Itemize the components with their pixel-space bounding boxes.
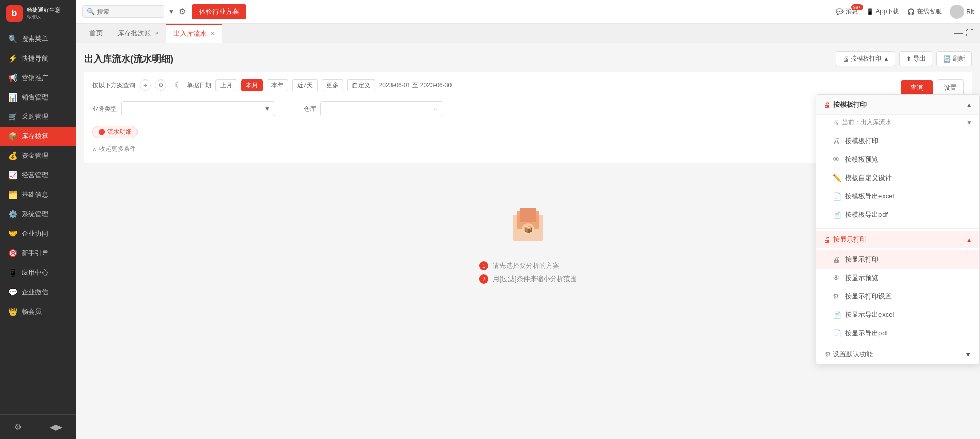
sidebar-icon-shortcut: ⚡ [8, 54, 17, 63]
tag-label: 流水明细 [107, 128, 132, 136]
sidebar-item-sales[interactable]: 📊 销售管理 [0, 88, 76, 107]
sidebar-item-marketing[interactable]: 📢 营销推广 [0, 68, 76, 88]
gear-small-icon: ⚙ [158, 82, 164, 89]
svg-text:📦: 📦 [524, 225, 533, 234]
template-design-item[interactable]: ✏️ 模板自定义设计 [816, 169, 979, 187]
dropdown-footer[interactable]: ⚙ 设置默认功能 ▼ [816, 345, 979, 364]
date-more-btn[interactable]: 更多 [322, 79, 343, 91]
sidebar-item-vip[interactable]: 👑 畅会员 [0, 302, 76, 322]
filter-setting-btn[interactable]: ⚙ [155, 79, 166, 91]
sidebar-label-basic: 基础信息 [22, 190, 48, 199]
current-arrow: ▼ [966, 119, 972, 126]
sidebar-item-inventory[interactable]: 📦 库存核算 [0, 127, 76, 146]
filter-add-btn[interactable]: + [140, 79, 151, 91]
display-export-excel-label: 按显示导出excel [845, 310, 894, 320]
topbar-online-service[interactable]: 🎧 在线客服 [907, 7, 942, 16]
display-preview-item[interactable]: 👁 按显示预览 [816, 269, 979, 287]
sidebar-settings-icon[interactable]: ⚙ [10, 420, 26, 434]
topbar-gear-icon[interactable]: ⚙ [179, 7, 186, 16]
display-export-pdf-item[interactable]: 📄 按显示导出pdf [816, 324, 979, 343]
tab-batch[interactable]: 库存批次账 × [110, 24, 166, 43]
sidebar-item-search[interactable]: 🔍 搜索菜单 [0, 29, 76, 49]
template-export-pdf-icon: 📄 [833, 211, 841, 219]
topbar-message[interactable]: 💬 消息 99+ [836, 7, 858, 16]
print-template-btn[interactable]: 🖨 按模板打印 ▲ [836, 51, 895, 66]
date-custom-btn[interactable]: 自定义 [347, 79, 375, 91]
sidebar-logo: b 畅捷通好生意 标准版 [0, 0, 76, 27]
sidebar-item-shortcut[interactable]: ⚡ 快捷导航 [0, 49, 76, 68]
tab-batch-close[interactable]: × [155, 30, 159, 37]
refresh-btn[interactable]: 🔄 刷新 [936, 51, 972, 66]
display-print-item[interactable]: 🖨 按显示打印 [816, 250, 979, 269]
page-header: 出入库流水(流水明细) 🖨 按模板打印 ▲ ⬆ 导出 🔄 刷新 [84, 51, 972, 66]
app-name: 畅捷通好生意 [27, 6, 61, 14]
user-name: Rit [966, 8, 974, 15]
export-btn[interactable]: ⬆ 导出 [899, 51, 932, 66]
date-this-month-btn[interactable]: 本月 [241, 79, 263, 91]
tab-flow-close[interactable]: × [211, 30, 214, 37]
tab-bar: 首页 库存批次账 × 出入库流水 × — ⛶ [76, 24, 980, 43]
filter-collapse-icon[interactable]: 《 [170, 80, 179, 91]
biz-type-select[interactable]: ▼ [121, 101, 275, 116]
display-print-settings-item[interactable]: ⚙ 按显示打印设置 [816, 287, 979, 306]
tab-flow[interactable]: 出入库流水 × [166, 24, 222, 43]
dropdown-header-print-icon: 🖨 [824, 101, 830, 109]
date-last-month-btn[interactable]: 上月 [215, 79, 237, 91]
sidebar-item-finance[interactable]: 💰 资金管理 [0, 146, 76, 166]
display-export-excel-item[interactable]: 📄 按显示导出excel [816, 306, 979, 324]
search-icon: 🔍 [87, 8, 95, 15]
sidebar-collapse-icon[interactable]: ◀▶ [46, 420, 66, 434]
dropdown-collapse-arrow[interactable]: ▲ [966, 101, 972, 109]
filter-action-btns: 查询 设置 [901, 79, 964, 96]
sidebar-label-marketing: 营销推广 [22, 73, 48, 83]
sidebar-item-appcenter[interactable]: 📱 应用中心 [0, 263, 76, 283]
sidebar-label-inventory: 库存核算 [22, 132, 48, 141]
tabs-minimize-btn[interactable]: — [954, 29, 963, 38]
sidebar-item-system[interactable]: ⚙️ 系统管理 [0, 205, 76, 224]
display-section-icon: 🖨 [824, 236, 830, 244]
tab-flow-label: 出入库流水 [173, 29, 207, 38]
sidebar-label-appcenter: 应用中心 [22, 268, 48, 277]
collapse-label: 收起更多条件 [99, 145, 136, 153]
date-7days-btn[interactable]: 近7天 [292, 79, 318, 91]
print-label: 按模板打印 [851, 54, 881, 63]
search-input[interactable] [97, 8, 148, 15]
sidebar-label-operation: 经营管理 [22, 171, 48, 180]
display-preview-icon: 👁 [833, 274, 841, 282]
dropdown-header: 🖨 按模板打印 ▲ [816, 95, 979, 115]
chevron-up-icon: ∧ [92, 146, 97, 153]
tag-icon: 🔴 [98, 129, 105, 135]
topbar-user[interactable]: Rit [950, 5, 974, 19]
template-print-icon: 🖨 [833, 137, 841, 145]
tabs-maximize-btn[interactable]: ⛶ [966, 29, 974, 38]
display-print-section-header[interactable]: 🖨 按显示打印 ▲ [816, 231, 979, 248]
sidebar-item-purchase[interactable]: 🛒 采购管理 [0, 107, 76, 127]
print-icon: 🖨 [842, 55, 849, 63]
sidebar-icon-basic: 🗂️ [8, 190, 17, 199]
sidebar-item-newbie[interactable]: 🎯 新手引导 [0, 244, 76, 263]
date-this-year-btn[interactable]: 本年 [267, 79, 288, 91]
page-top-btns: 🖨 按模板打印 ▲ ⬆ 导出 🔄 刷新 [836, 51, 972, 66]
filter-scheme-label: 按以下方案查询 [92, 81, 135, 90]
topbar-app-download[interactable]: 📱 App下载 [866, 7, 899, 16]
template-export-pdf-label: 按模板导出pdf [845, 210, 888, 220]
trial-btn[interactable]: 体验行业方案 [192, 4, 246, 19]
query-btn[interactable]: 查询 [901, 80, 933, 95]
template-preview-label: 按模板预览 [845, 155, 878, 164]
dropdown-current: 🖨 当前：出入库流水 ▼ [816, 115, 979, 130]
topbar-search-box[interactable]: 🔍 [82, 5, 164, 18]
settings-btn[interactable]: 设置 [937, 79, 964, 96]
display-section-arrow: ▲ [966, 236, 972, 244]
template-export-excel-item[interactable]: 📄 按模板导出excel [816, 187, 979, 206]
template-export-pdf-item[interactable]: 📄 按模板导出pdf [816, 206, 979, 224]
sidebar-item-enterprise[interactable]: 🤝 企业协同 [0, 224, 76, 244]
tab-home[interactable]: 首页 [82, 24, 110, 43]
sidebar-item-wxenterprise[interactable]: 💬 企业微信 [0, 283, 76, 302]
sidebar-item-basic[interactable]: 🗂️ 基础信息 [0, 185, 76, 205]
sidebar-item-operation[interactable]: 📈 经营管理 [0, 166, 76, 185]
display-print-settings-label: 按显示打印设置 [845, 292, 892, 301]
warehouse-select[interactable]: ··· [320, 101, 443, 116]
topbar-search-dropdown[interactable]: ▼ [168, 8, 174, 15]
template-preview-item[interactable]: 👁 按模板预览 [816, 150, 979, 169]
template-print-item[interactable]: 🖨 按模板打印 [816, 132, 979, 150]
